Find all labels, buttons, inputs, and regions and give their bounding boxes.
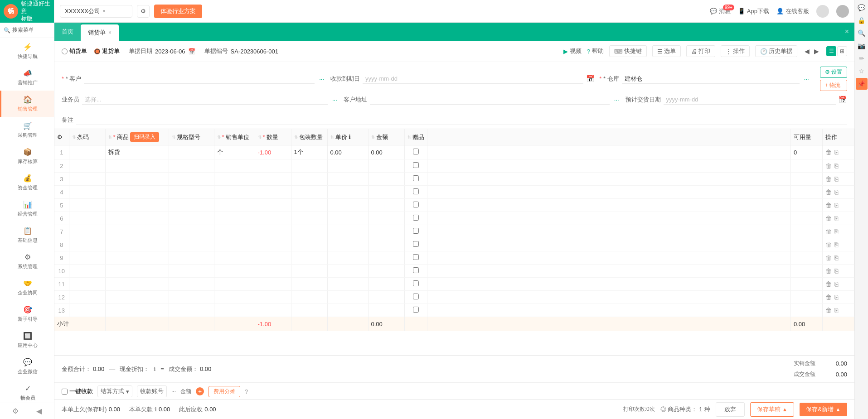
customer-addr-input[interactable] [370, 95, 610, 105]
right-panel-lock-btn[interactable]: 🔒 [856, 14, 868, 26]
prev-btn[interactable]: ◀ [803, 47, 811, 56]
cell-gift[interactable] [404, 173, 427, 186]
cell-gift[interactable] [404, 145, 427, 159]
copy-icon[interactable]: ⎘ [834, 175, 838, 183]
cell-gift[interactable] [404, 225, 427, 238]
user-avatar[interactable] [816, 5, 829, 18]
delete-icon[interactable]: 🗑 [825, 280, 832, 288]
right-panel-chat-btn[interactable]: 💬 [856, 2, 868, 14]
customer-dots-btn[interactable]: ··· [317, 75, 326, 83]
right-panel-pin-btn[interactable]: 📌 [856, 78, 868, 90]
copy-icon[interactable]: ⎘ [834, 202, 838, 209]
cell-gift[interactable] [404, 251, 427, 265]
delete-icon[interactable]: 🗑 [825, 241, 832, 248]
print-btn[interactable]: 🖨 打印 [686, 45, 715, 57]
form-settings-btn[interactable]: ⚙ 设置 [820, 67, 847, 78]
account-input[interactable]: 收款账号 [137, 385, 167, 397]
sidebar-item-quick-nav[interactable]: ⚡ 快捷导航 [0, 38, 54, 64]
save-new-btn[interactable]: 保存&新增 ▲ [800, 403, 847, 416]
cell-gift[interactable] [404, 278, 427, 291]
select-order-btn[interactable]: ☰ 选单 [652, 45, 681, 57]
copy-icon[interactable]: ⎘ [834, 228, 838, 235]
search-menu[interactable]: 🔍 搜索菜单 [0, 23, 54, 38]
right-panel-star-btn[interactable]: ☆ [856, 65, 868, 77]
sidebar-item-inventory[interactable]: 📦 库存核算 [0, 143, 54, 169]
cell-gift[interactable] [404, 199, 427, 212]
message-btn[interactable]: 💬 消息 99+ [710, 7, 731, 15]
copy-icon[interactable]: ⎘ [834, 215, 838, 222]
delete-icon[interactable]: 🗑 [825, 267, 832, 275]
service-btn[interactable]: 👤 在线客服 [776, 7, 809, 15]
warehouse-input[interactable] [622, 74, 800, 84]
sidebar-item-marketing[interactable]: 📣 营销推广 [0, 64, 54, 91]
salesperson-input[interactable] [82, 95, 328, 105]
logistics-btn[interactable]: + 物流 [820, 80, 847, 91]
delete-icon[interactable]: 🗑 [825, 162, 832, 169]
delivery-calendar-icon[interactable]: 📅 [839, 96, 847, 104]
expense-btn[interactable]: 费用分摊 [209, 386, 240, 397]
sidebar-item-business[interactable]: 📊 经营管理 [0, 196, 54, 222]
delete-icon[interactable]: 🗑 [825, 215, 832, 222]
sidebar-item-wechat[interactable]: 💬 企业微信 [0, 353, 54, 380]
right-panel-search-btn[interactable]: 🔍 [856, 27, 868, 39]
cell-gift[interactable] [404, 304, 427, 317]
sidebar-collapse-btn[interactable]: ◀ [36, 407, 42, 415]
radio-return-order[interactable]: 退货单 [94, 47, 120, 55]
sidebar-item-basic[interactable]: 📋 基础信息 [0, 222, 54, 248]
payment-method-select[interactable]: 结算方式 ▾ [97, 385, 132, 397]
delete-icon[interactable]: 🗑 [825, 228, 832, 235]
delete-icon[interactable]: 🗑 [825, 254, 832, 261]
right-panel-edit-btn[interactable]: ✏ [856, 53, 868, 64]
due-date-calendar-icon[interactable]: 📅 [586, 75, 595, 83]
amount-dots[interactable]: ··· [171, 388, 176, 395]
sidebar-item-purchase[interactable]: 🛒 采购管理 [0, 117, 54, 143]
tab-sales-order[interactable]: 销货单 × [81, 24, 119, 41]
copy-icon[interactable]: ⎘ [834, 241, 838, 248]
due-date-input[interactable] [363, 74, 583, 84]
operate-btn[interactable]: ⋮ 操作 [721, 45, 750, 57]
expense-help-icon[interactable]: ? [245, 388, 248, 395]
sidebar-item-sales[interactable]: 🏠 销售管理 [0, 91, 54, 117]
calendar-icon[interactable]: 📅 [188, 48, 195, 55]
next-btn[interactable]: ▶ [812, 47, 821, 56]
salesperson-dots-btn[interactable]: ··· [330, 96, 339, 104]
sidebar-item-member[interactable]: ✓ 畅会员 [0, 380, 54, 403]
cell-gift[interactable] [404, 186, 427, 199]
trial-button[interactable]: 体验行业方案 [154, 5, 202, 18]
delete-icon[interactable]: 🗑 [825, 202, 832, 209]
shortcut-btn[interactable]: ⌨ 快捷键 [609, 45, 647, 57]
copy-icon[interactable]: ⎘ [834, 188, 838, 196]
sidebar-item-system[interactable]: ⚙ 系统管理 [0, 248, 54, 275]
app-download-btn[interactable]: 📱 App下载 [738, 7, 769, 15]
save-draft-btn[interactable]: 保存草稿 ▲ [750, 402, 795, 417]
video-action[interactable]: ▶ 视频 [563, 47, 582, 55]
sidebar-item-corp[interactable]: 🤝 企业协同 [0, 275, 54, 301]
customer-input[interactable] [84, 74, 315, 84]
add-payment-btn[interactable]: + [196, 387, 204, 395]
copy-icon[interactable]: ⎘ [834, 254, 838, 261]
copy-icon[interactable]: ⎘ [834, 267, 838, 275]
tab-close-icon[interactable]: × [108, 29, 112, 36]
sidebar-item-finance[interactable]: 💰 资金管理 [0, 169, 54, 196]
cell-gift[interactable] [404, 265, 427, 278]
history-btn[interactable]: 🕐 历史单据 [755, 45, 797, 57]
note-input[interactable] [76, 115, 847, 125]
delete-icon[interactable]: 🗑 [825, 307, 832, 314]
copy-icon[interactable]: ⎘ [834, 307, 838, 314]
addr-dots-btn[interactable]: ··· [612, 96, 621, 104]
user-avatar2[interactable] [836, 5, 849, 18]
one-click-payment-checkbox[interactable]: 一键收款 [62, 387, 93, 395]
list-view-btn[interactable]: ☰ [826, 46, 836, 56]
sidebar-item-guide[interactable]: 🎯 新手引导 [0, 301, 54, 327]
cell-gift[interactable] [404, 212, 427, 225]
debt-info-icon[interactable]: ℹ [155, 406, 157, 413]
copy-icon[interactable]: ⎘ [834, 294, 838, 301]
cell-gift[interactable] [404, 291, 427, 304]
cell-gift[interactable] [404, 159, 427, 173]
settings-gear-btn[interactable]: ⚙ [137, 5, 150, 18]
delete-icon[interactable]: 🗑 [825, 149, 832, 156]
tabbar-close-btn[interactable]: × [845, 28, 849, 36]
delete-icon[interactable]: 🗑 [825, 188, 832, 196]
sidebar-item-apps[interactable]: 🔲 应用中心 [0, 327, 54, 353]
discard-btn[interactable]: 放弃 [716, 402, 745, 417]
